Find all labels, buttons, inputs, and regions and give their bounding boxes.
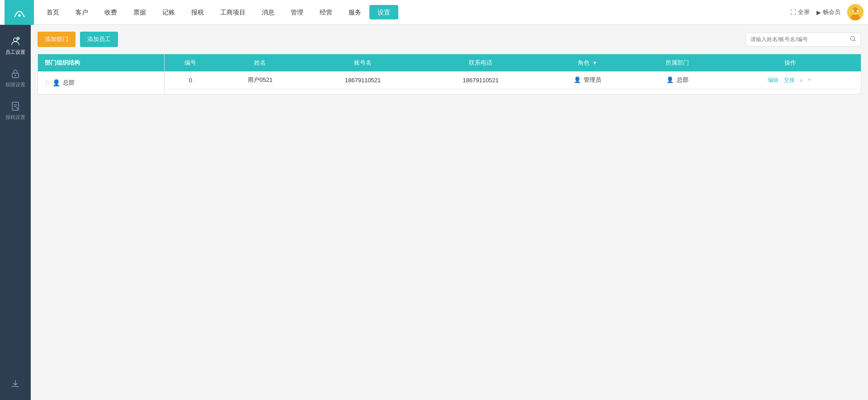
cell-dept: 👤 总部 xyxy=(636,71,720,89)
fullscreen-icon: ⛶ xyxy=(790,9,796,16)
cell-account: 18679110521 xyxy=(304,71,422,89)
th-account: 账号名 xyxy=(304,54,422,71)
person-settings-icon xyxy=(10,36,21,47)
dept-tree: 部门组织结构 🗋 👤 总部 xyxy=(38,54,165,94)
sidebar-label-permissions: 权限设置 xyxy=(5,81,25,88)
nav-customer[interactable]: 客户 xyxy=(67,0,96,25)
nav-settings[interactable]: 设置 xyxy=(369,5,398,19)
svg-point-2 xyxy=(853,7,858,13)
sidebar-item-tax-settings[interactable]: 报税设置 xyxy=(0,94,31,127)
nav-operation[interactable]: 经营 xyxy=(311,0,340,25)
filter-icon[interactable]: ▼ xyxy=(592,60,597,66)
tax-icon xyxy=(10,101,21,112)
dept-file-icon: 🗋 xyxy=(44,80,50,86)
dept-name: 总部 xyxy=(63,79,75,87)
nav-tax[interactable]: 报税 xyxy=(183,0,212,25)
nav-accounting[interactable]: 记账 xyxy=(154,0,183,25)
top-nav: 首页 客户 收费 票据 记账 报税 工商项目 消息 管理 经营 服务 设置 ⛶ … xyxy=(0,0,868,25)
sidebar: 员工设置 权限设置 报税设置 xyxy=(0,25,31,400)
cell-name: 用户0521 xyxy=(217,71,304,89)
main-content: 添加部门 添加员工 部门组织结构 🗋 👤 xyxy=(31,25,868,400)
nav-right: ⛶ 全屏 ▶ 畅会员 xyxy=(790,4,863,20)
table-row: 0 用户0521 18679110521 18679110521 👤 管理员 👤… xyxy=(165,71,861,89)
toolbar: 添加部门 添加员工 xyxy=(38,32,861,47)
cell-actions: 编辑 交接 ▲ ▼ xyxy=(719,71,861,89)
svg-point-4 xyxy=(852,10,854,12)
scroll-up-btn[interactable]: ▲ xyxy=(798,76,804,83)
svg-point-9 xyxy=(15,75,16,76)
content-area: 部门组织结构 🗋 👤 总部 编号 姓名 账号名 xyxy=(38,54,861,94)
nav-message[interactable]: 消息 xyxy=(254,0,283,25)
nav-business[interactable]: 工商项目 xyxy=(212,0,254,25)
nav-fee[interactable]: 收费 xyxy=(96,0,125,25)
nav-items: 首页 客户 收费 票据 记账 报税 工商项目 消息 管理 经营 服务 设置 xyxy=(34,0,790,25)
logo xyxy=(5,0,34,25)
dept-col-icon: 👤 xyxy=(666,76,674,83)
role-user-icon: 👤 xyxy=(574,76,581,83)
edit-link[interactable]: 编辑 xyxy=(768,77,778,83)
th-name: 姓名 xyxy=(217,54,304,71)
cell-id: 0 xyxy=(165,71,217,89)
scroll-down-btn[interactable]: ▼ xyxy=(807,76,812,83)
download-icon xyxy=(10,378,21,389)
add-dept-button[interactable]: 添加部门 xyxy=(38,32,75,47)
search-box xyxy=(745,33,861,47)
handover-link[interactable]: 交接 xyxy=(784,77,795,83)
nav-manage[interactable]: 管理 xyxy=(283,0,311,25)
sidebar-bottom xyxy=(10,372,21,400)
sidebar-label-tax: 报税设置 xyxy=(5,114,25,121)
search-input[interactable] xyxy=(746,33,845,45)
sidebar-item-employee[interactable]: 员工设置 xyxy=(0,29,31,62)
nav-bills[interactable]: 票据 xyxy=(125,0,154,25)
lock-icon xyxy=(10,68,21,79)
table-header-row: 编号 姓名 账号名 联系电话 角色 ▼ 所属部门 操作 xyxy=(165,54,861,71)
sidebar-item-permissions[interactable]: 权限设置 xyxy=(0,62,31,94)
th-id: 编号 xyxy=(165,54,217,71)
avatar[interactable] xyxy=(847,4,863,20)
cell-role: 👤 管理员 xyxy=(540,71,636,89)
th-actions: 操作 xyxy=(719,54,861,71)
sidebar-item-download[interactable] xyxy=(10,372,21,395)
layout: 员工设置 权限设置 报税设置 xyxy=(0,25,868,400)
cell-phone: 18679110521 xyxy=(422,71,540,89)
dept-tree-body: 🗋 👤 总部 xyxy=(38,71,164,94)
vip-btn[interactable]: ▶ 畅会员 xyxy=(816,8,840,16)
nav-home[interactable]: 首页 xyxy=(38,0,67,25)
dept-tree-header: 部门组织结构 xyxy=(38,54,164,71)
add-emp-button[interactable]: 添加员工 xyxy=(80,32,118,47)
sidebar-label-employee: 员工设置 xyxy=(5,49,25,56)
dept-user-icon: 👤 xyxy=(52,79,60,86)
video-icon: ▶ xyxy=(816,9,821,16)
th-role: 角色 ▼ xyxy=(540,54,636,71)
svg-point-5 xyxy=(857,10,859,12)
search-button[interactable] xyxy=(845,33,861,46)
th-dept: 所属部门 xyxy=(636,54,720,71)
svg-point-0 xyxy=(18,14,20,17)
fullscreen-btn[interactable]: ⛶ 全屏 xyxy=(790,8,810,16)
dept-item-general[interactable]: 🗋 👤 总部 xyxy=(42,76,160,89)
nav-service[interactable]: 服务 xyxy=(340,0,369,25)
th-phone: 联系电话 xyxy=(422,54,540,71)
employee-table: 编号 姓名 账号名 联系电话 角色 ▼ 所属部门 操作 xyxy=(165,54,861,94)
